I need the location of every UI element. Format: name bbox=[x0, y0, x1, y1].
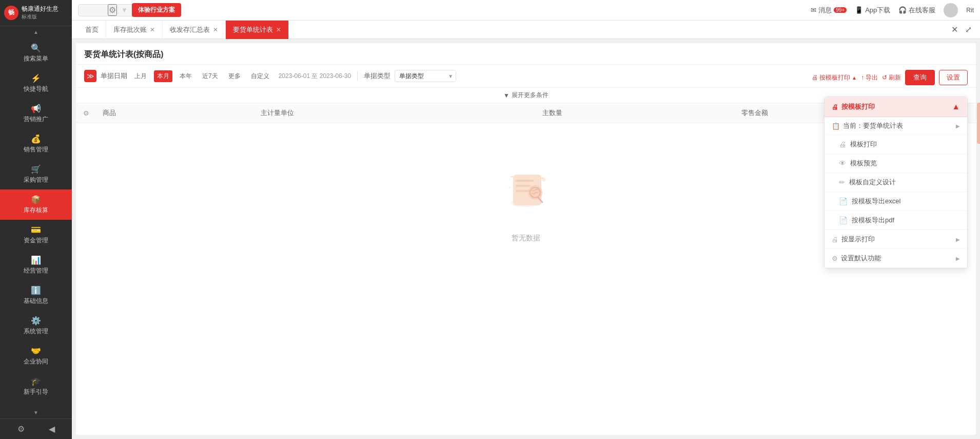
sidebar-item-enterprise[interactable]: 🤝 企业协同 bbox=[0, 341, 72, 371]
scroll-down-arrow[interactable]: ▼ bbox=[32, 408, 40, 417]
dropdown-header: 🖨 按模板打印 ▲ bbox=[825, 97, 967, 117]
query-button[interactable]: 查询 bbox=[905, 70, 935, 85]
dropdown-item-template-pdf[interactable]: 📄 按模板导出pdf bbox=[825, 211, 967, 230]
col-settings-icon[interactable]: ⚙ bbox=[83, 109, 89, 117]
sidebar-item-finance[interactable]: 💳 资金管理 bbox=[0, 220, 72, 250]
template-print-label: 模板打印 bbox=[850, 140, 877, 149]
quick-nav-icon: ⚡ bbox=[31, 73, 41, 83]
sidebar-item-system[interactable]: ⚙️ 系统管理 bbox=[0, 311, 72, 341]
purchase-icon: 🛒 bbox=[31, 164, 41, 174]
marketing-icon: 📢 bbox=[31, 104, 41, 113]
tab-inventory-batch[interactable]: 库存批次账 ✕ bbox=[106, 21, 163, 39]
print-dropdown-menu: 🖨 按模板打印 ▲ 📋 当前：要货单统计表 🖨 模板打印 👁 模板预览 bbox=[824, 97, 968, 269]
template-excel-label: 按模板导出excel bbox=[852, 197, 900, 206]
date-btn-last-month[interactable]: 上月 bbox=[131, 70, 150, 82]
dropdown-print-icon: 🖨 bbox=[832, 103, 838, 111]
tabbar: 首页 库存批次账 ✕ 收发存汇总表 ✕ 要货单统计表 ✕ ✕ ⤢ bbox=[72, 21, 980, 39]
logo-icon: 畅 bbox=[4, 6, 18, 20]
default-func-label: 设置默认功能 bbox=[841, 254, 881, 263]
dropdown-item-template-custom[interactable]: ✏ 模板自定义设计 bbox=[825, 173, 967, 192]
dropdown-close-button[interactable]: ▲ bbox=[952, 102, 960, 111]
col-quantity: 主数量 bbox=[536, 103, 735, 123]
sidebar-item-marketing[interactable]: 📢 营销推广 bbox=[0, 99, 72, 129]
tab-order-stats[interactable]: 要货单统计表 ✕ bbox=[226, 21, 289, 39]
dropdown-item-template-print[interactable]: 🖨 模板打印 bbox=[825, 135, 967, 154]
page-toolbar-right: 🖨 按模板打印 ▲ ↑ 导出 ↺ 刷新 查询 设置 bbox=[812, 70, 968, 85]
sidebar-item-basic-info[interactable]: ℹ️ 基础信息 bbox=[0, 280, 72, 311]
dropdown-item-template-preview[interactable]: 👁 模板预览 bbox=[825, 154, 967, 173]
export-label: 导出 bbox=[866, 73, 878, 82]
sidebar-item-app-center[interactable]: 📱 应用中心 bbox=[0, 402, 72, 407]
template-preview-label: 模板预览 bbox=[850, 159, 877, 168]
tab-inventory-batch-close[interactable]: ✕ bbox=[150, 26, 155, 33]
app-name: 畅康通好生意 bbox=[22, 5, 58, 13]
finance-icon: 💳 bbox=[31, 225, 41, 235]
date-btn-this-month[interactable]: 本月 bbox=[154, 70, 172, 82]
expand-filter-button[interactable]: ≫ bbox=[84, 70, 96, 82]
sidebar-item-sales[interactable]: 💰 销售管理 bbox=[0, 129, 72, 159]
bill-type-select[interactable]: 单据类型 bbox=[395, 70, 456, 82]
sidebar-item-operations[interactable]: 📊 经营管理 bbox=[0, 250, 72, 280]
empty-state-svg bbox=[500, 164, 552, 216]
dropdown-default-func[interactable]: ⚙ 设置默认功能 ▶ bbox=[825, 249, 967, 268]
template-pdf-icon: 📄 bbox=[839, 216, 848, 224]
tab-home[interactable]: 首页 bbox=[78, 21, 106, 39]
print-chevron-icon: ▲ bbox=[852, 75, 857, 81]
resize-handle[interactable] bbox=[977, 103, 980, 144]
settings-button[interactable]: 设置 bbox=[939, 70, 968, 85]
col-settings[interactable]: ⚙ bbox=[76, 103, 96, 123]
template-preview-icon: 👁 bbox=[839, 159, 846, 167]
avatar[interactable] bbox=[944, 3, 958, 17]
app-download-icon: 📱 bbox=[855, 6, 863, 14]
sidebar-item-inventory[interactable]: 📦 库存核算 bbox=[0, 189, 72, 220]
current-template-label: 当前：要货单统计表 bbox=[843, 121, 903, 130]
sidebar-item-quick-nav[interactable]: ⚡ 快捷导航 bbox=[0, 68, 72, 99]
page-title: 要货单统计表(按商品) bbox=[84, 50, 164, 59]
sidebar-item-label: 销售管理 bbox=[24, 145, 48, 154]
tab-receipt-summary-close[interactable]: ✕ bbox=[213, 26, 218, 33]
sidebar-item-label: 新手引导 bbox=[24, 388, 48, 396]
sidebar-item-label: 库存核算 bbox=[24, 206, 48, 215]
expand-more-button[interactable]: ▼ 展开更多条件 bbox=[503, 91, 548, 100]
dropdown-display-print[interactable]: 🖨 按显示打印 ▶ bbox=[825, 230, 967, 249]
topbar-gear-button[interactable]: ⚙ bbox=[108, 4, 117, 16]
tab-order-stats-close[interactable]: ✕ bbox=[276, 26, 281, 33]
display-print-chevron: ▶ bbox=[956, 237, 960, 242]
dropdown-current-template[interactable]: 📋 当前：要货单统计表 bbox=[825, 117, 967, 135]
tab-receipt-summary[interactable]: 收发存汇总表 ✕ bbox=[163, 21, 226, 39]
sidebar-settings-button[interactable]: ⚙ bbox=[17, 424, 25, 434]
print-button[interactable]: 🖨 按模板打印 ▲ bbox=[812, 73, 857, 82]
print-label: 按模板打印 bbox=[819, 73, 850, 82]
online-service-button[interactable]: 🎧 在线客服 bbox=[898, 6, 935, 15]
date-btn-custom[interactable]: 自定义 bbox=[248, 70, 272, 82]
window-close-button[interactable]: ✕ bbox=[949, 24, 960, 35]
message-button[interactable]: ✉ 消息 99+ bbox=[811, 6, 847, 15]
sidebar-item-label: 营销推广 bbox=[24, 115, 48, 124]
current-template-icon: 📋 bbox=[832, 122, 840, 130]
online-service-icon: 🎧 bbox=[898, 6, 907, 14]
trial-button[interactable]: 体验行业方案 bbox=[132, 3, 181, 17]
expand-more-label: 展开更多条件 bbox=[512, 91, 548, 100]
tab-home-label: 首页 bbox=[85, 25, 99, 34]
sidebar-item-purchase[interactable]: 🛒 采购管理 bbox=[0, 159, 72, 189]
date-btn-7days[interactable]: 近7天 bbox=[199, 70, 221, 82]
basic-info-icon: ℹ️ bbox=[31, 285, 41, 295]
date-btn-more[interactable]: 更多 bbox=[225, 70, 244, 82]
date-btn-this-year[interactable]: 本年 bbox=[177, 70, 195, 82]
sidebar-collapse-button[interactable]: ◀ bbox=[49, 424, 55, 434]
refresh-button[interactable]: ↺ 刷新 bbox=[882, 73, 901, 82]
window-expand-button[interactable]: ⤢ bbox=[963, 24, 974, 35]
date-label: 单据日期 bbox=[101, 71, 127, 81]
app-download-button[interactable]: 📱 App下载 bbox=[855, 6, 890, 15]
dropdown-item-template-excel[interactable]: 📄 按模板导出excel bbox=[825, 192, 967, 211]
export-button[interactable]: ↑ 导出 bbox=[861, 73, 878, 82]
sidebar-item-label: 系统管理 bbox=[24, 327, 48, 336]
sidebar-item-newbie[interactable]: 🎓 新手引导 bbox=[0, 371, 72, 402]
sidebar-item-search[interactable]: 🔍 搜索菜单 bbox=[0, 38, 72, 68]
scroll-up-arrow[interactable]: ▲ bbox=[32, 28, 40, 36]
dropdown-header-left: 🖨 按模板打印 bbox=[832, 102, 875, 111]
newbie-icon: 🎓 bbox=[31, 376, 41, 386]
search-nav-icon: 🔍 bbox=[31, 43, 41, 53]
template-excel-icon: 📄 bbox=[839, 197, 848, 205]
sidebar-item-label: 资金管理 bbox=[24, 236, 48, 245]
